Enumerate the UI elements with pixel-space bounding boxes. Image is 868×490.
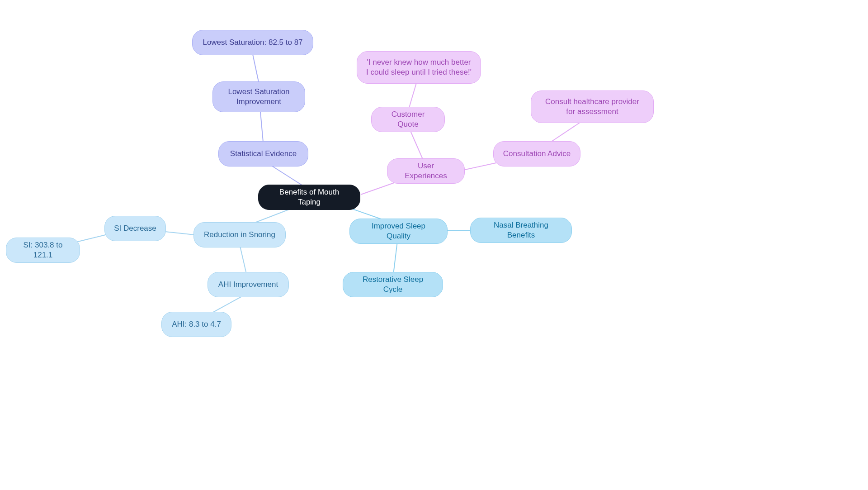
saturation-value-node: Lowest Saturation: 82.5 to 87 [192, 30, 313, 55]
statistical-evidence-node: Statistical Evidence [218, 141, 308, 167]
sleep-quality-node: Improved Sleep Quality [349, 219, 448, 244]
customer-quote-node: Customer Quote [371, 107, 445, 132]
customer-quote-label: Customer Quote [381, 109, 435, 129]
center-label: Benefits of Mouth Taping [268, 187, 351, 207]
ahi-improvement-label: AHI Improvement [218, 280, 278, 290]
saturation-improvement-label: Lowest Saturation Improvement [222, 87, 296, 107]
restorative-sleep-node: Restorative Sleep Cycle [343, 272, 443, 297]
ahi-value-label: AHI: 8.3 to 4.7 [172, 319, 221, 329]
quote-text-node: 'I never knew how much better I could sl… [357, 51, 481, 84]
consult-provider-node: Consult healthcare provider for assessme… [531, 90, 654, 123]
reduction-label: Reduction in Snoring [204, 230, 275, 240]
restorative-sleep-label: Restorative Sleep Cycle [352, 275, 434, 295]
user-experiences-node: User Experiences [387, 158, 465, 184]
si-decrease-label: SI Decrease [114, 224, 156, 233]
center-node: Benefits of Mouth Taping [258, 185, 360, 210]
quote-text-label: 'I never knew how much better I could sl… [366, 57, 472, 77]
statistical-label: Statistical Evidence [230, 149, 297, 159]
consultation-label: Consultation Advice [503, 149, 571, 159]
sleep-quality-label: Improved Sleep Quality [359, 221, 438, 241]
nasal-breathing-label: Nasal Breathing Benefits [480, 220, 562, 240]
reduction-snoring-node: Reduction in Snoring [193, 222, 286, 247]
consult-provider-label: Consult healthcare provider for assessme… [540, 97, 644, 117]
user-label: User Experiences [396, 161, 455, 181]
si-decrease-node: SI Decrease [104, 216, 166, 241]
consultation-advice-node: Consultation Advice [493, 141, 580, 167]
si-value-node: SI: 303.8 to 121.1 [6, 238, 80, 263]
saturation-improvement-node: Lowest Saturation Improvement [212, 81, 305, 112]
ahi-improvement-node: AHI Improvement [208, 272, 289, 297]
nasal-breathing-node: Nasal Breathing Benefits [470, 218, 572, 243]
ahi-value-node: AHI: 8.3 to 4.7 [161, 312, 231, 337]
saturation-value-label: Lowest Saturation: 82.5 to 87 [203, 38, 302, 48]
si-value-label: SI: 303.8 to 121.1 [15, 240, 71, 260]
